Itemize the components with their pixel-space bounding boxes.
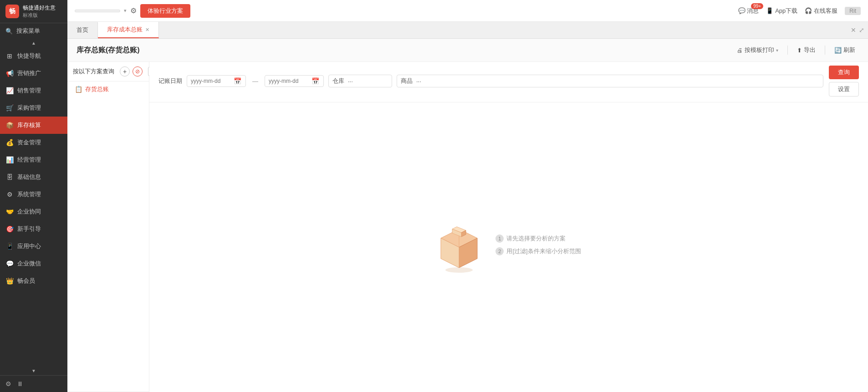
sidebar-item-label: 库存核算: [17, 121, 62, 129]
filter-collapse-button[interactable]: ⊘: [133, 66, 143, 76]
breadcrumb: [75, 10, 120, 12]
scroll-down[interactable]: ▼: [0, 367, 67, 375]
arrow-down-icon: ▼: [31, 368, 36, 373]
empty-tip-1-text: 请先选择要分析的方案: [506, 234, 566, 243]
refresh-label: 刷新: [843, 46, 855, 54]
sidebar-item-sales[interactable]: 📈 销售管理: [0, 82, 67, 99]
sidebar-item-label: 系统管理: [17, 190, 62, 199]
product-field[interactable]: 商品 ···: [397, 75, 823, 87]
search-menu[interactable]: 🔍 搜索菜单: [0, 23, 67, 39]
scroll-up[interactable]: ▲: [0, 39, 67, 47]
calendar-end-icon[interactable]: 📅: [311, 77, 319, 85]
product-label: 商品: [401, 77, 413, 85]
filter-row-inner: 记账日期 📅 — 📅 仓库 ···: [158, 75, 823, 87]
basic-icon: 🗄: [5, 173, 14, 181]
topbar-right: 💬 消息 99+ 📱 App下载 🎧 在线客服 Rit: [738, 7, 861, 15]
filter-bar: 按以下方案查询 + ⊘ «: [67, 62, 149, 81]
app-logo: 畅 畅捷通好生意 标准版: [0, 0, 67, 23]
user-avatar[interactable]: Rit: [845, 7, 861, 15]
sidebar-item-corp-wechat[interactable]: 💬 企业微信: [0, 255, 67, 272]
page-header: 库存总账(存货总账) 🖨 按模板打印 ▾ ⬆ 导出 🔄 刷新: [67, 39, 868, 62]
tab-home[interactable]: 首页: [67, 22, 98, 38]
sidebar-item-app-center[interactable]: 📱 应用中心: [0, 238, 67, 255]
message-button[interactable]: 💬 消息 99+: [738, 7, 759, 15]
sidebar-item-membership[interactable]: 👑 畅会员: [0, 272, 67, 290]
filter-actions: + ⊘: [120, 66, 143, 76]
sidebar-item-marketing[interactable]: 📢 营销推广: [0, 65, 67, 82]
sidebar-item-quick-nav[interactable]: ⊞ 快捷导航: [0, 47, 67, 65]
filter-add-button[interactable]: +: [120, 66, 130, 76]
sales-icon: 📈: [5, 87, 14, 94]
sidebar-item-label: 资金管理: [17, 138, 62, 147]
tabbar: 首页 库存成本总账 ✕ ✕ ⤢: [67, 22, 868, 39]
mobile-icon: 📱: [766, 7, 773, 14]
expand-icon[interactable]: ⤢: [859, 26, 864, 34]
topbar: ▾ ⚙ 体验行业方案 💬 消息 99+ 📱 App下载 🎧 在线客服 Rit: [67, 0, 868, 22]
main-content: 按以下方案查询 + ⊘ « 📋 存货总账 记: [67, 62, 868, 392]
tab-inventory-ledger[interactable]: 库存成本总账 ✕: [98, 22, 159, 38]
divider2: [825, 46, 825, 55]
date-start-input[interactable]: [191, 78, 232, 84]
product-more-icon[interactable]: ···: [414, 78, 423, 85]
settings-footer-icon[interactable]: ⚙: [5, 380, 11, 387]
sidebar-item-label: 畅会员: [17, 277, 62, 285]
settings-side-button[interactable]: 设置: [829, 82, 859, 97]
tab-inventory-ledger-label: 库存成本总账: [107, 25, 143, 34]
sidebar-item-system[interactable]: ⚙ 系统管理: [0, 186, 67, 203]
sidebar: 畅 畅捷通好生意 标准版 🔍 搜索菜单 ▲ ⊞ 快捷导航 📢 营销推广 📈 销售…: [0, 0, 67, 392]
close-tab-icon[interactable]: ✕: [145, 27, 149, 33]
filter-label: 按以下方案查询: [73, 67, 114, 76]
empty-state: 1 请先选择要分析的方案 2 用[过滤]条件来缩小分析范围: [149, 102, 868, 392]
date-start-field[interactable]: 📅: [187, 75, 246, 87]
app-download-label: App下载: [775, 7, 797, 15]
warehouse-more-icon[interactable]: ···: [346, 78, 355, 85]
close-panel-icon[interactable]: ✕: [851, 26, 856, 34]
sidebar-item-purchase[interactable]: 🛒 采购管理: [0, 99, 67, 117]
query-button[interactable]: 查询: [829, 66, 859, 79]
page-actions: 🖨 按模板打印 ▾ ⬆ 导出 🔄 刷新: [733, 44, 859, 56]
warehouse-label: 仓库: [332, 77, 344, 85]
warehouse-field[interactable]: 仓库 ···: [328, 75, 392, 87]
content-area: 库存总账(存货总账) 🖨 按模板打印 ▾ ⬆ 导出 🔄 刷新: [67, 39, 868, 392]
sidebar-item-newbie[interactable]: 🎯 新手引导: [0, 220, 67, 238]
empty-text-list: 1 请先选择要分析的方案 2 用[过滤]条件来缩小分析范围: [495, 234, 581, 260]
message-badge: 99+: [751, 3, 763, 9]
date-separator: —: [250, 78, 260, 85]
enterprise-icon: 🤝: [5, 208, 14, 215]
sidebar-item-finance[interactable]: 💰 资金管理: [0, 134, 67, 151]
sidebar-item-label: 采购管理: [17, 104, 62, 112]
topbar-settings-icon[interactable]: ⚙: [130, 6, 137, 15]
industry-button[interactable]: 体验行业方案: [140, 4, 190, 18]
page-title: 库存总账(存货总账): [77, 46, 140, 55]
sidebar-item-operations[interactable]: 📊 经营管理: [0, 151, 67, 168]
online-service-button[interactable]: 🎧 在线客服: [805, 7, 837, 15]
purchase-icon: 🛒: [5, 104, 14, 112]
calendar-start-icon[interactable]: 📅: [234, 77, 241, 85]
headset-icon: 🎧: [805, 7, 812, 14]
export-button[interactable]: ⬆ 导出: [793, 44, 819, 56]
sidebar-item-inventory[interactable]: 📦 库存核算: [0, 117, 67, 134]
date-end-input[interactable]: [269, 78, 310, 84]
breadcrumb-area: ▾ ⚙ 体验行业方案: [75, 4, 733, 18]
empty-tip-2-text: 用[过滤]条件来缩小分析范围: [506, 247, 581, 255]
print-button[interactable]: 🖨 按模板打印 ▾: [733, 44, 782, 56]
date-end-field[interactable]: 📅: [265, 75, 324, 87]
audio-footer-icon[interactable]: ⏸: [17, 380, 23, 387]
empty-illustration: [436, 224, 482, 270]
sidebar-item-label: 销售管理: [17, 87, 62, 95]
online-service-label: 在线客服: [814, 7, 837, 15]
corp-wechat-icon: 💬: [5, 260, 14, 267]
logo-icon: 畅: [5, 5, 19, 18]
scheme-item-inventory[interactable]: 📋 存货总账: [67, 81, 149, 97]
filter-buttons: 查询 设置: [829, 66, 859, 97]
chevron-down-icon[interactable]: ▾: [124, 8, 127, 14]
step-1-badge: 1: [495, 234, 504, 243]
refresh-button[interactable]: 🔄 刷新: [831, 44, 859, 56]
print-chevron-icon[interactable]: ▾: [776, 48, 778, 53]
newbie-icon: 🎯: [5, 225, 14, 233]
sidebar-item-label: 基础信息: [17, 173, 62, 181]
sidebar-item-basic[interactable]: 🗄 基础信息: [0, 168, 67, 186]
sidebar-item-enterprise[interactable]: 🤝 企业协同: [0, 203, 67, 220]
app-download-button[interactable]: 📱 App下载: [766, 7, 797, 15]
logo-text: 畅捷通好生意 标准版: [23, 5, 56, 18]
